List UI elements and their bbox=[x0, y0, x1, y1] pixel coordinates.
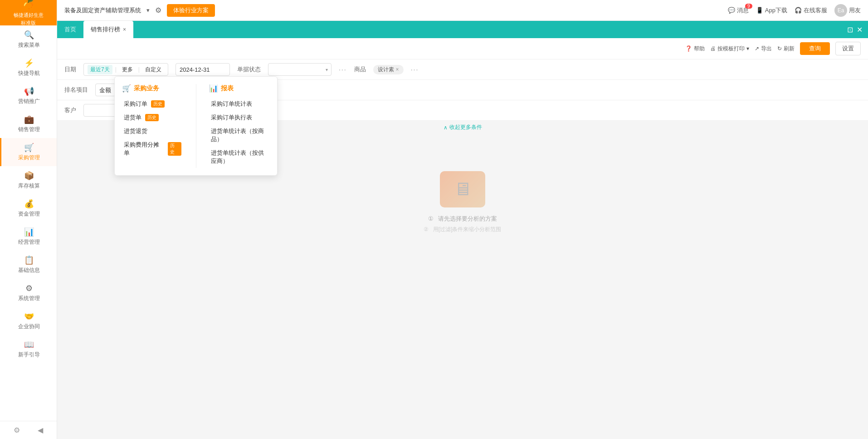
sidebar-item-finance[interactable]: 💰 资金管理 bbox=[0, 194, 57, 222]
tab-sales-ranking-label: 销售排行榜 bbox=[91, 25, 120, 34]
incoming-order-hist: 历史 bbox=[145, 114, 159, 121]
footer-collapse-btn[interactable]: ◀ bbox=[38, 426, 43, 434]
tabbar-actions: ⊡ ✕ bbox=[847, 25, 868, 34]
date-label: 日期 bbox=[64, 65, 76, 74]
date-group[interactable]: 最近7天 | 更多 | 自定义 bbox=[83, 63, 168, 76]
sidebar-nav: 🔍 搜索菜单 ⚡ 快捷导航 📢 营销推广 💼 销售管理 🛒 采购管理 📦 库存核… bbox=[0, 25, 57, 421]
goods-dots[interactable]: ··· bbox=[411, 66, 419, 73]
date-end-input[interactable] bbox=[176, 63, 230, 76]
sidebar-item-purchase[interactable]: 🛒 采购管理 bbox=[0, 138, 57, 166]
incoming-stats-by-goods-item[interactable]: 进货单统计表（按商品） bbox=[209, 124, 270, 146]
order-status-dots[interactable]: ··· bbox=[339, 66, 347, 73]
export-icon: ↗ bbox=[755, 45, 759, 52]
date-tab-more[interactable]: 更多 bbox=[119, 65, 136, 74]
purchase-col-icon: 🛒 bbox=[122, 84, 131, 93]
user-btn[interactable]: Ea 用友 bbox=[834, 4, 861, 17]
footer-settings-btn[interactable]: ⚙ bbox=[14, 426, 20, 434]
help-btn[interactable]: ❓ 帮助 bbox=[685, 45, 705, 53]
sidebar-label-sales: 销售管理 bbox=[18, 126, 40, 133]
headset-icon: 🎧 bbox=[795, 7, 802, 14]
sidebar-item-marketing[interactable]: 📢 营销推广 bbox=[0, 82, 57, 110]
main-content: 装备及固定资产辅助管理系统 ▾ ⚙ 体验行业方案 💬 消息 9 📱 App下载 … bbox=[57, 0, 868, 439]
sidebar-item-system[interactable]: ⚙ 系统管理 bbox=[0, 279, 57, 307]
purchase-order-item[interactable]: 采购订单 历史 bbox=[122, 97, 183, 111]
date-tab-custom[interactable]: 自定义 bbox=[142, 65, 164, 74]
marketing-icon: 📢 bbox=[24, 86, 34, 96]
goods-tag-remove[interactable]: × bbox=[396, 66, 399, 73]
purchase-order-stats-label: 采购订单统计表 bbox=[211, 100, 252, 108]
order-status-select-wrapper: ▾ bbox=[268, 63, 332, 76]
guide-icon: 📖 bbox=[24, 340, 34, 350]
purchase-order-stats-item[interactable]: 采购订单统计表 bbox=[209, 97, 270, 111]
menu-divider bbox=[196, 84, 196, 168]
sidebar-label-basicinfo: 基础信息 bbox=[18, 266, 40, 274]
tabbar: 首页 销售排行榜 × ⊡ ✕ bbox=[57, 21, 868, 38]
goods-label: 商品 bbox=[354, 65, 366, 74]
system-dropdown-btn[interactable]: ▾ bbox=[146, 7, 150, 14]
sidebar-label-inventory: 库存核算 bbox=[18, 182, 40, 190]
sidebar-item-quick-nav[interactable]: ⚡ 快捷导航 bbox=[0, 54, 57, 82]
industry-btn[interactable]: 体验行业方案 bbox=[167, 4, 215, 17]
tab-sales-ranking[interactable]: 销售排行榜 × bbox=[83, 21, 133, 38]
sidebar-label-system: 系统管理 bbox=[18, 295, 40, 302]
sidebar-item-guide[interactable]: 📖 新手引导 bbox=[0, 335, 57, 363]
sidebar-label-guide: 新手引导 bbox=[18, 351, 40, 359]
sidebar-item-cooperation[interactable]: 🤝 企业协同 bbox=[0, 307, 57, 335]
order-status-select[interactable] bbox=[268, 63, 332, 76]
date-tab-7days[interactable]: 最近7天 bbox=[88, 65, 112, 74]
search-icon: 🔍 bbox=[24, 30, 34, 40]
report-col-icon: 📊 bbox=[209, 84, 218, 93]
sidebar-label-search: 搜索菜单 bbox=[18, 41, 40, 49]
topbar: 装备及固定资产辅助管理系统 ▾ ⚙ 体验行业方案 💬 消息 9 📱 App下载 … bbox=[57, 0, 868, 21]
inventory-icon: 📦 bbox=[24, 171, 34, 181]
sidebar-item-search[interactable]: 🔍 搜索菜单 bbox=[0, 25, 57, 54]
export-btn[interactable]: ↗ 导出 bbox=[755, 45, 772, 53]
print-btn[interactable]: 🖨 按模板打印 ▾ bbox=[710, 45, 749, 53]
settings-btn[interactable]: 设置 bbox=[835, 42, 861, 55]
system-icon: ⚙ bbox=[25, 283, 33, 293]
logo-line1: 畅捷通好生意 bbox=[14, 12, 44, 19]
operations-icon: 📊 bbox=[24, 227, 34, 237]
help-icon: ❓ bbox=[685, 45, 692, 52]
sidebar: 🍊 畅捷通好生意 标准版 🔍 搜索菜单 ⚡ 快捷导航 📢 营销推广 💼 销售管理… bbox=[0, 0, 57, 439]
report-col: 📊 报表 采购订单统计表 采购订单执行表 进货单统计表（按商品） 进货单统计表（… bbox=[209, 84, 270, 168]
online-service-btn[interactable]: 🎧 在线客服 bbox=[795, 6, 827, 15]
message-icon: 💬 bbox=[728, 7, 735, 14]
sidebar-item-inventory[interactable]: 📦 库存核算 bbox=[0, 166, 57, 194]
tab-close-btn[interactable]: × bbox=[123, 26, 126, 33]
logo-icon: 🍊 bbox=[22, 0, 34, 11]
user-avatar: Ea bbox=[834, 4, 847, 17]
customer-label: 客户 bbox=[64, 106, 76, 114]
return-goods-item[interactable]: 进货退货 bbox=[122, 124, 183, 138]
empty-hint2: ② 用[过滤]条件来缩小分析范围 bbox=[424, 226, 501, 233]
sidebar-item-basic-info[interactable]: 📋 基础信息 bbox=[0, 251, 57, 279]
sidebar-item-operations[interactable]: 📊 经营管理 bbox=[0, 222, 57, 251]
app-download-btn[interactable]: 📱 App下载 bbox=[756, 6, 787, 15]
topbar-gear-btn[interactable]: ⚙ bbox=[155, 6, 161, 15]
purchase-order-exec-item[interactable]: 采购订单执行表 bbox=[209, 111, 270, 124]
purchase-order-label: 采购订单 bbox=[124, 100, 147, 108]
tab-restore-btn[interactable]: ⊡ bbox=[847, 25, 853, 34]
sidebar-item-sales[interactable]: 💼 销售管理 bbox=[0, 110, 57, 138]
sidebar-label-cooperation: 企业协同 bbox=[18, 323, 40, 330]
incoming-stats-by-supplier-item[interactable]: 进货单统计表（按供应商） bbox=[209, 146, 270, 168]
topbar-right: 💬 消息 9 📱 App下载 🎧 在线客服 Ea 用友 bbox=[728, 4, 861, 17]
quicknav-icon: ⚡ bbox=[24, 58, 34, 68]
sidebar-label-marketing: 营销推广 bbox=[18, 98, 40, 105]
tab-close-all-btn[interactable]: ✕ bbox=[857, 25, 863, 34]
message-btn[interactable]: 💬 消息 9 bbox=[728, 6, 749, 15]
empty-hint1: ① 请先选择要分析的方案 bbox=[428, 215, 497, 223]
purchase-dropdown-menu: 🛒 采购业务 采购订单 历史 进货单 历史 进货退货 采购费用分摊单 历史 bbox=[114, 76, 278, 176]
tab-home[interactable]: 首页 bbox=[57, 21, 83, 38]
collapse-icon: ∧ bbox=[444, 124, 448, 131]
refresh-btn[interactable]: ↻ 刷新 bbox=[777, 45, 795, 53]
refresh-icon: ↻ bbox=[777, 45, 782, 52]
incoming-order-item[interactable]: 进货单 历史 bbox=[122, 111, 183, 124]
sales-icon: 💼 bbox=[24, 114, 34, 124]
query-btn[interactable]: 查询 bbox=[800, 42, 830, 55]
purchase-expense-item[interactable]: 采购费用分摊单 历史 bbox=[122, 138, 183, 160]
empty-illustration: 🖥 bbox=[440, 171, 485, 207]
incoming-order-label: 进货单 bbox=[124, 113, 141, 122]
basicinfo-icon: 📋 bbox=[24, 255, 34, 265]
collapse-btn[interactable]: ∧ 收起更多条件 bbox=[444, 123, 482, 131]
